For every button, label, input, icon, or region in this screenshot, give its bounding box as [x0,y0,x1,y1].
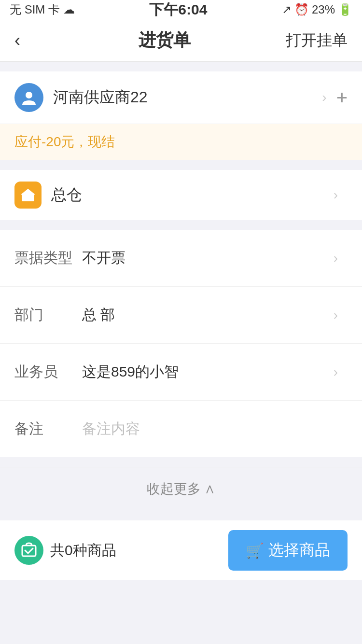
status-right: ↗ ⏰ 23% 🔋 [282,3,352,16]
supplier-chevron-icon: › [322,90,326,105]
select-product-button[interactable]: 🛒 选择商品 [228,530,348,571]
supplier-card: 河南供应商22 › + 应付-20元，现结 [0,71,362,160]
product-count-text: 共0种商品 [50,541,116,560]
department-row[interactable]: 部门 总 部 › [0,287,362,344]
location-icon: ↗ [282,3,292,16]
warehouse-chevron-icon: › [334,187,338,203]
department-value: 总 部 [82,305,334,325]
svg-point-0 [26,92,32,98]
battery-level: 23% [312,3,335,16]
mid-divider1 [0,160,362,170]
empty-area [0,580,362,644]
back-button[interactable]: ‹ [14,30,43,51]
supplier-row[interactable]: 河南供应商22 › + [0,71,362,124]
select-product-label: 选择商品 [268,540,330,561]
invoice-type-row[interactable]: 票据类型 不开票 › [0,230,362,287]
staff-value: 这是859的小智 [82,362,334,382]
open-pending-button[interactable]: 打开挂单 [286,30,348,51]
bottom-bar: 共0种商品 🛒 选择商品 [0,520,362,580]
status-left: 无 SIM 卡 ☁ [10,2,75,17]
top-divider [0,62,362,71]
sim-status: 无 SIM 卡 ☁ [10,2,75,17]
remark-row[interactable]: 备注 备注内容 [0,401,362,457]
nav-bar: ‹ 进货单 打开挂单 [0,19,362,62]
staff-label: 业务员 [14,362,82,382]
page-title: 进货单 [139,28,191,52]
svg-rect-3 [26,196,30,201]
warehouse-card: 总仓 › [0,170,362,220]
supplier-name: 河南供应商22 [53,87,322,108]
invoice-type-value: 不开票 [82,248,334,268]
department-chevron-icon: › [334,308,338,323]
select-product-icon: 🛒 [246,542,264,559]
svg-rect-4 [22,546,36,556]
payment-notice: 应付-20元，现结 [0,124,362,160]
warehouse-row[interactable]: 总仓 › [0,170,362,220]
battery-icon: 🔋 [338,3,352,16]
invoice-chevron-icon: › [334,251,338,266]
status-bar: 无 SIM 卡 ☁ 下午6:04 ↗ ⏰ 23% 🔋 [0,0,362,19]
status-time: 下午6:04 [149,0,207,20]
alarm-icon: ⏰ [294,3,309,16]
warehouse-icon [14,182,42,209]
invoice-type-label: 票据类型 [14,248,82,268]
collapse-button[interactable]: 收起更多 ∧ [0,467,362,511]
supplier-avatar [14,83,43,112]
department-label: 部门 [14,305,82,325]
form-section: 票据类型 不开票 › 部门 总 部 › 业务员 这是859的小智 › 备注 备注… [0,230,362,457]
staff-row[interactable]: 业务员 这是859的小智 › [0,344,362,401]
warehouse-name: 总仓 [51,184,334,206]
product-icon [14,536,43,565]
staff-chevron-icon: › [334,364,338,380]
remark-label: 备注 [14,419,82,439]
remark-input[interactable]: 备注内容 [82,419,348,439]
product-count-area: 共0种商品 [14,536,116,565]
svg-marker-2 [21,189,35,195]
add-supplier-button[interactable]: + [336,87,348,109]
